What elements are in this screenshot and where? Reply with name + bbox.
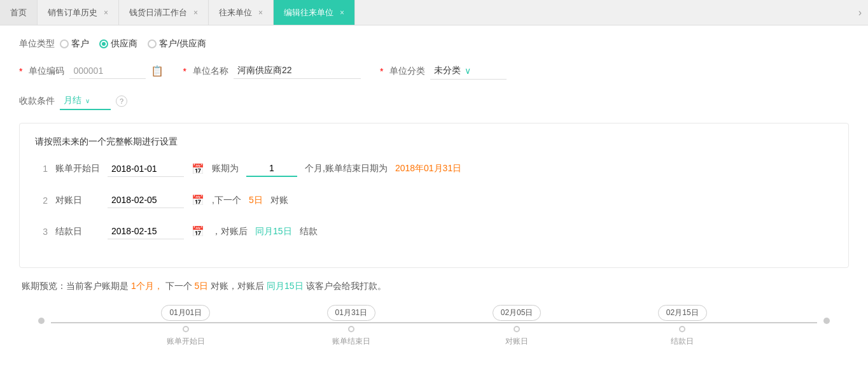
left-cap-dot	[38, 318, 45, 324]
timeline-right-cap	[823, 318, 830, 324]
reconcile-date-calendar-icon[interactable]: 📅	[192, 194, 204, 206]
timeline-badge-1: 01月01日	[161, 305, 210, 321]
radio-customer-supplier-label: 客户/供应商	[159, 38, 206, 50]
row-1-label: 账单开始日	[55, 163, 100, 174]
row-1-num: 1	[35, 164, 48, 174]
timeline-dot-4	[679, 326, 685, 332]
unit-code-input[interactable]	[69, 63, 146, 79]
unit-type-label: 单位类型	[19, 38, 55, 50]
setting-row-3: 3 结款日 📅 ，对账后 同月15日 结款	[35, 223, 833, 239]
period-label: 账期为	[212, 163, 239, 174]
timeline-badge-4: 02月15日	[658, 305, 707, 321]
tab-home[interactable]: 首页	[0, 0, 38, 25]
preview-highlight-1m: 1个月，	[131, 281, 163, 291]
period-unit: 个月,账单结束日期为	[305, 163, 388, 174]
close-partner[interactable]: ×	[258, 8, 263, 17]
timeline-dot-1	[183, 326, 189, 332]
radio-supplier[interactable]: 供应商	[99, 38, 137, 50]
timeline-label-1: 账单开始日	[167, 336, 205, 347]
timeline-label-2: 账单结束日	[332, 336, 370, 347]
timeline-dot-2	[348, 326, 354, 332]
tab-sales-order-label: 销售订单历史	[48, 7, 97, 18]
chevron-down-icon: ∨	[465, 66, 471, 76]
tab-sales-order[interactable]: 销售订单历史 ×	[38, 0, 119, 25]
unit-type-row: 单位类型 客户 供应商 客户/供应商	[19, 38, 849, 50]
radio-customer[interactable]: 客户	[60, 38, 89, 50]
payment-desc-after: 结款	[300, 226, 318, 237]
tab-cash-work-label: 钱货日清工作台	[129, 7, 187, 18]
help-icon[interactable]: ?	[116, 95, 127, 107]
timeline-points: 01月01日 账单开始日 01月31日 账单结束日 02月05日 对账日 02月…	[38, 305, 830, 347]
reconcile-highlight: 5日	[249, 195, 263, 206]
reconcile-desc-after: 对账	[270, 195, 288, 206]
unit-name-required: *	[183, 66, 186, 76]
timeline-label-4: 结款日	[671, 336, 694, 347]
period-end-date: 2018年01月31日	[395, 163, 461, 174]
timeline-section: 01月01日 账单开始日 01月31日 账单结束日 02月05日 对账日 02月…	[19, 305, 849, 366]
row-3-num: 3	[35, 227, 48, 237]
unit-category-select[interactable]: 未分类 ∨	[430, 62, 507, 80]
payment-date-input[interactable]	[108, 223, 184, 239]
timeline-point-3: 02月05日 对账日	[493, 305, 542, 347]
period-value-input[interactable]	[246, 160, 297, 177]
unit-type-field: 单位类型 客户 供应商 客户/供应商	[19, 38, 206, 50]
unit-name-label: 单位名称	[193, 66, 228, 77]
timeline-point-1: 01月01日 账单开始日	[161, 305, 210, 347]
reconcile-date-input[interactable]	[108, 192, 184, 208]
setting-row-2: 2 对账日 📅 ,下一个 5日 对账	[35, 192, 833, 208]
payment-date-calendar-icon[interactable]: 📅	[192, 225, 204, 237]
tab-more-button[interactable]: ›	[852, 7, 868, 18]
payment-terms-value: 月结	[64, 95, 81, 106]
radio-customer-circle	[60, 39, 69, 48]
unit-info-row: * 单位编码 📋 * 单位名称 * 单位分类 未分类 ∨	[19, 62, 849, 80]
preview-highlight-5: 5日	[194, 281, 208, 291]
row-2-num: 2	[35, 195, 48, 206]
unit-code-required: *	[19, 66, 22, 76]
close-sales-order[interactable]: ×	[104, 8, 108, 17]
unit-category-required: *	[380, 66, 383, 76]
radio-customer-supplier[interactable]: 客户/供应商	[148, 38, 206, 50]
preview-part2: 下一个	[165, 281, 192, 291]
radio-supplier-circle	[99, 39, 108, 48]
tab-cash-work[interactable]: 钱货日清工作台 ×	[119, 0, 209, 25]
setting-row-1: 1 账单开始日 📅 账期为 个月,账单结束日期为 2018年01月31日	[35, 160, 833, 177]
payment-terms-dropdown[interactable]: 月结 ∨	[60, 92, 111, 110]
row-2-label: 对账日	[55, 195, 100, 206]
row-3-label: 结款日	[55, 226, 100, 237]
unit-category-label: 单位分类	[389, 66, 425, 77]
unit-name-input[interactable]	[234, 63, 361, 79]
tab-partner-label: 往来单位	[219, 7, 252, 18]
unit-category-field: * 单位分类 未分类 ∨	[380, 62, 507, 80]
preview-section: 账期预览：当前客户账期是 1个月， 下一个 5日 对账，对账后 同月15日 该客…	[19, 281, 849, 292]
start-date-input[interactable]	[108, 161, 184, 177]
timeline-point-4: 02月15日 结款日	[658, 305, 707, 347]
tab-home-label: 首页	[10, 7, 27, 18]
payment-terms-field: 收款条件 月结 ∨ ?	[19, 92, 127, 110]
timeline-point-2: 01月31日 账单结束日	[327, 305, 376, 347]
unit-code-icon[interactable]: 📋	[151, 65, 164, 77]
close-cash-work[interactable]: ×	[193, 8, 198, 17]
timeline-dot-3	[514, 326, 520, 332]
unit-code-field: * 单位编码 📋	[19, 63, 164, 79]
preview-part3: 对账，对账后	[211, 281, 264, 291]
close-edit-partner[interactable]: ×	[340, 8, 344, 17]
tab-bar: 首页 销售订单历史 × 钱货日清工作台 × 往来单位 × 编辑往来单位 × ›	[0, 0, 868, 25]
timeline-badge-2: 01月31日	[327, 305, 376, 321]
timeline-left-cap	[38, 318, 45, 324]
tab-partner[interactable]: 往来单位 ×	[209, 0, 274, 25]
payment-highlight: 同月15日	[255, 226, 292, 237]
start-date-calendar-icon[interactable]: 📅	[192, 163, 204, 175]
timeline-badge-3: 02月05日	[493, 305, 542, 321]
right-cap-dot	[823, 318, 830, 324]
preview-highlight-15: 同月15日	[267, 281, 304, 291]
unit-category-value: 未分类	[434, 65, 461, 76]
preview-label: 账期预览：当前客户账期是	[22, 281, 129, 291]
radio-customer-supplier-circle	[148, 39, 157, 48]
tab-edit-partner-label: 编辑往来单位	[284, 7, 333, 18]
panel-title: 请按照未来的一个完整帐期进行设置	[35, 136, 833, 148]
tab-edit-partner[interactable]: 编辑往来单位 ×	[274, 0, 355, 25]
payment-terms-label: 收款条件	[19, 95, 55, 107]
unit-code-label: 单位编码	[29, 66, 64, 77]
payment-desc-before: ，对账后	[212, 226, 248, 237]
radio-customer-label: 客户	[71, 38, 89, 50]
